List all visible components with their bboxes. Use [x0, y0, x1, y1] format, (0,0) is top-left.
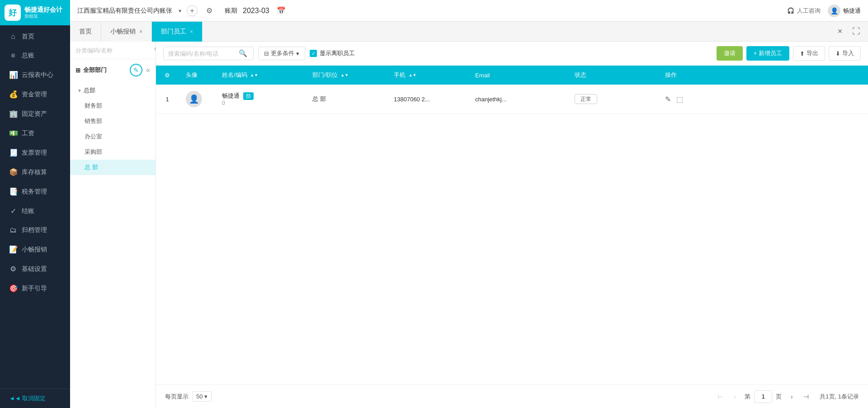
company-name: 江西服宝精品有限责任公司内账张	[77, 7, 172, 15]
dept-collapse-icon[interactable]: «	[146, 66, 150, 74]
row-index: 1	[156, 85, 179, 114]
per-page-chevron-icon: ▾	[204, 393, 208, 400]
sidebar-logo: 好 畅捷通好会计 旗舰版	[0, 0, 70, 25]
tabs-right-actions: × ⛶	[834, 25, 868, 38]
page-next-button[interactable]: ›	[785, 390, 798, 403]
header-right: 🎧 人工咨询 👤 畅捷通	[787, 5, 861, 17]
dept-item-label-4: 采购部	[85, 148, 102, 155]
tab-dept-emp-close-icon[interactable]: ×	[190, 28, 193, 35]
sidebar-item-invoice[interactable]: 🧾 发票管理	[0, 143, 70, 162]
import-label: 导入	[842, 49, 854, 57]
dept-item-office[interactable]: 办公室	[70, 129, 156, 144]
tab-expense[interactable]: 小畅报销 ×	[101, 22, 152, 42]
sidebar-item-archive[interactable]: 🗂 归档管理	[0, 221, 70, 240]
sidebar-label-reports: 云报表中心	[22, 71, 53, 79]
top-header: 江西服宝精品有限责任公司内账张 ▾ + ⚙ 账期 2023-03 📅 🎧 人工咨…	[70, 0, 868, 22]
header-settings-icon[interactable]: ⚙	[203, 5, 216, 17]
sidebar-item-funds[interactable]: 💰 资金管理	[0, 85, 70, 104]
sidebar-item-assets[interactable]: 🏢 固定资产	[0, 104, 70, 123]
sidebar-item-salary[interactable]: 💵 工资	[0, 123, 70, 143]
add-company-button[interactable]: +	[187, 5, 198, 16]
col-dept[interactable]: 部门/职位 ▲▼	[305, 66, 387, 85]
emp-table: ⚙ 头像 姓名/编码 ▲▼ 部门/职位 ▲▼	[156, 66, 868, 114]
emp-search-input[interactable]	[168, 50, 236, 57]
dept-item-parent[interactable]: ▼ 总部	[70, 83, 156, 98]
add-employee-button[interactable]: + 新增员工	[746, 46, 789, 61]
dept-item-purchase[interactable]: 采购部	[70, 144, 156, 160]
dept-search-input[interactable]	[75, 47, 151, 54]
page-total: 共1页, 1条记录	[820, 393, 859, 401]
tab-home-label: 首页	[79, 28, 92, 36]
sidebar-item-ledger[interactable]: ≡ 总账	[0, 46, 70, 65]
sidebar-item-guide[interactable]: 🎯 新手引导	[0, 279, 70, 298]
col-actions: 操作	[658, 66, 868, 85]
sidebar-item-settings[interactable]: ⚙ 基础设置	[0, 259, 70, 279]
col-phone[interactable]: 手机 ▲▼	[387, 66, 468, 85]
sidebar-item-reports[interactable]: 📊 云报表中心	[0, 65, 70, 85]
sidebar-label-tax: 税务管理	[22, 188, 47, 196]
page-prev-button[interactable]: ‹	[728, 390, 741, 403]
col-name[interactable]: 姓名/编码 ▲▼	[215, 66, 305, 85]
more-filter-button[interactable]: ⊟ 更多条件 ▾	[258, 47, 305, 60]
emp-status-badge-0: 正常	[575, 94, 597, 104]
tab-close-all-button[interactable]: ×	[834, 25, 846, 38]
emp-toolbar: 🔍 ⊟ 更多条件 ▾ ✓ 显示离职员工 邀请 + 新增员工 ⬆ 导出	[156, 42, 868, 66]
sidebar-item-close[interactable]: ✓ 结账	[0, 201, 70, 221]
sidebar-item-expense[interactable]: 📝 小畅报销	[0, 240, 70, 259]
settings-icon: ⚙	[9, 265, 17, 273]
dept-grid-icon: ⊞	[75, 67, 80, 74]
company-dropdown-icon[interactable]: ▾	[179, 8, 181, 14]
sidebar-label-inventory: 库存核算	[22, 168, 47, 176]
archive-icon: 🗂	[9, 226, 17, 234]
per-page-select[interactable]: 50 ▾	[192, 391, 212, 402]
dept-item-sales[interactable]: 销售部	[70, 114, 156, 129]
table-header-row: ⚙ 头像 姓名/编码 ▲▼ 部门/职位 ▲▼	[156, 66, 868, 85]
logo-text-group: 畅捷通好会计 旗舰版	[24, 6, 62, 20]
sidebar-label-guide: 新手引导	[22, 285, 47, 293]
emp-name-wrap: 畅捷通 部	[222, 92, 298, 100]
export-label: 导出	[807, 49, 818, 57]
dept-item-finance[interactable]: 财务部	[70, 98, 156, 114]
show-resigned-checkbox[interactable]: ✓	[310, 50, 317, 57]
page-first-button[interactable]: ⊢	[714, 390, 726, 403]
import-icon: ⬇	[835, 50, 840, 57]
all-dept-label[interactable]: 全部部门	[83, 66, 107, 74]
sidebar-unpin-button[interactable]: ◄◄ 取消固定	[0, 389, 70, 408]
logo-sub-label: 旗舰版	[24, 13, 62, 19]
calendar-icon[interactable]: 📅	[277, 6, 286, 15]
col-status: 状态	[567, 66, 658, 85]
dept-item-label-1: 财务部	[85, 102, 102, 109]
col-email-label: Email	[475, 72, 490, 79]
dept-item-label-2: 销售部	[85, 118, 102, 124]
invoice-icon: 🧾	[9, 148, 17, 157]
logo-app-name: 畅捷通好会计	[24, 6, 62, 14]
export-button[interactable]: ⬆ 导出	[793, 46, 825, 61]
toolbar-right: 邀请 + 新增员工 ⬆ 导出 ⬇ 导入	[717, 46, 861, 61]
dept-item-general[interactable]: 总 部	[70, 160, 156, 175]
emp-search-icon[interactable]: 🔍	[239, 49, 247, 57]
show-resigned-toggle[interactable]: ✓ 显示离职员工	[310, 49, 355, 57]
funds-icon: 💰	[9, 90, 17, 99]
tax-icon: 📑	[9, 187, 17, 196]
emp-delete-button-0[interactable]: ⬚	[676, 95, 683, 104]
user-menu[interactable]: 👤 畅捷通	[828, 5, 861, 17]
tab-expense-close-icon[interactable]: ×	[139, 28, 142, 35]
page-last-button[interactable]: ⊣	[800, 390, 812, 403]
page-input[interactable]	[754, 390, 772, 403]
support-button[interactable]: 🎧 人工咨询	[787, 7, 821, 15]
tab-home[interactable]: 首页	[70, 22, 101, 42]
tab-expand-button[interactable]: ⛶	[850, 25, 863, 38]
sidebar-item-inventory[interactable]: 📦 库存核算	[0, 162, 70, 182]
col-settings[interactable]: ⚙	[156, 66, 179, 85]
tab-dept-emp[interactable]: 部门员工 ×	[152, 22, 203, 42]
sidebar-item-tax[interactable]: 📑 税务管理	[0, 182, 70, 201]
invite-button[interactable]: 邀请	[717, 46, 743, 61]
sidebar-item-home[interactable]: ⌂ 首页	[0, 27, 70, 46]
import-button[interactable]: ⬇ 导入	[829, 46, 861, 61]
content-area: 🔍 ⊞ 全部部门 ✎ « ▼ 总部 财务部	[70, 42, 868, 408]
emp-avatar-0: 👤	[186, 91, 202, 107]
dept-edit-button[interactable]: ✎	[130, 64, 142, 76]
right-panel: 🔍 ⊟ 更多条件 ▾ ✓ 显示离职员工 邀请 + 新增员工 ⬆ 导出	[156, 42, 868, 408]
sidebar-label-ledger: 总账	[22, 52, 34, 60]
emp-edit-button-0[interactable]: ✎	[665, 95, 671, 104]
